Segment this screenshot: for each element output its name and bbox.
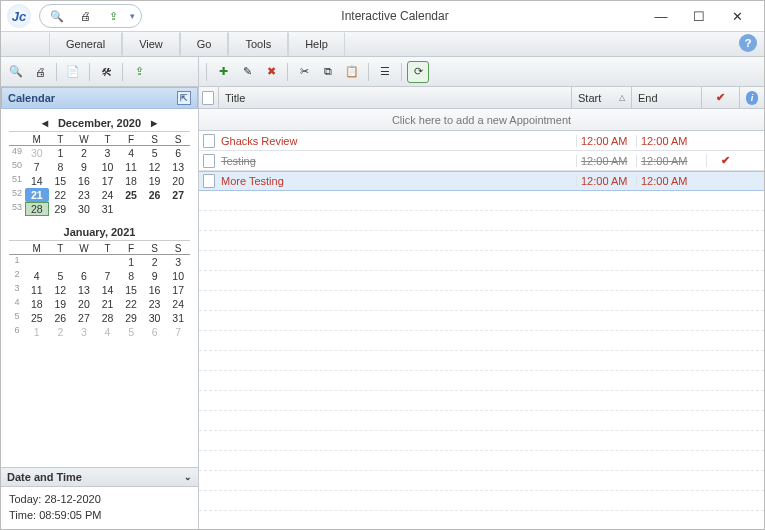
calendar-day[interactable]: 19 <box>143 174 167 188</box>
calendar-day[interactable]: 29 <box>49 202 73 216</box>
column-done[interactable]: ✔ <box>702 87 740 108</box>
calendar-day[interactable]: 20 <box>166 174 190 188</box>
calendar-day[interactable]: 7 <box>25 160 49 174</box>
calendar-day[interactable]: 1 <box>25 325 49 339</box>
calendar-day[interactable]: 1 <box>119 255 143 269</box>
calendar-day[interactable]: 9 <box>143 269 167 283</box>
calendar-day[interactable]: 12 <box>143 160 167 174</box>
export-icon[interactable]: ⇪ <box>102 5 124 27</box>
calendar-day[interactable]: 22 <box>119 297 143 311</box>
calendar-day[interactable]: 5 <box>119 325 143 339</box>
calendar-day[interactable]: 27 <box>72 311 96 325</box>
calendar-day[interactable]: 25 <box>119 188 143 202</box>
document-icon[interactable]: 📄 <box>62 61 84 83</box>
calendar-day[interactable]: 26 <box>49 311 73 325</box>
close-button[interactable]: ✕ <box>724 6 750 26</box>
calendar-day[interactable]: 16 <box>143 283 167 297</box>
column-start[interactable]: Start△ <box>572 87 632 108</box>
column-title[interactable]: Title <box>219 87 572 108</box>
calendar-day[interactable]: 10 <box>96 160 120 174</box>
calendar-day[interactable]: 20 <box>72 297 96 311</box>
calendar-day[interactable]: 22 <box>49 188 73 202</box>
calendar-day[interactable]: 5 <box>143 146 167 160</box>
calendar-day[interactable]: 23 <box>143 297 167 311</box>
menu-view[interactable]: View <box>122 32 180 56</box>
calendar-day[interactable]: 18 <box>25 297 49 311</box>
column-icon[interactable] <box>199 87 219 108</box>
calendar-day[interactable]: 8 <box>119 269 143 283</box>
calendar-day[interactable]: 7 <box>96 269 120 283</box>
copy-icon[interactable]: ⧉ <box>317 61 339 83</box>
refresh-icon[interactable]: ⟳ <box>407 61 429 83</box>
calendar-day[interactable]: 29 <box>119 311 143 325</box>
month-label[interactable]: December, 2020 <box>58 117 141 129</box>
calendar-day[interactable]: 18 <box>119 174 143 188</box>
table-row[interactable]: More Testing12:00 AM12:00 AM <box>199 171 764 191</box>
column-end[interactable]: End <box>632 87 702 108</box>
calendar-day[interactable]: 23 <box>72 188 96 202</box>
calendar-day[interactable]: 28 <box>96 311 120 325</box>
menu-general[interactable]: General <box>49 32 122 56</box>
search-icon[interactable]: 🔍 <box>5 61 27 83</box>
calendar-day[interactable]: 6 <box>72 269 96 283</box>
calendar-day[interactable]: 30 <box>25 146 49 160</box>
calendar-day[interactable]: 2 <box>49 325 73 339</box>
calendar-day[interactable]: 19 <box>49 297 73 311</box>
calendar-day[interactable]: 14 <box>96 283 120 297</box>
calendar-day[interactable]: 27 <box>166 188 190 202</box>
calendar-day[interactable]: 7 <box>166 325 190 339</box>
calendar-day[interactable]: 15 <box>49 174 73 188</box>
calendar-day[interactable]: 13 <box>72 283 96 297</box>
calendar-day[interactable]: 31 <box>166 311 190 325</box>
export-icon[interactable]: ⇪ <box>128 61 150 83</box>
list-icon[interactable]: ☰ <box>374 61 396 83</box>
calendar-day[interactable]: 21 <box>25 188 49 202</box>
menu-go[interactable]: Go <box>180 32 229 56</box>
calendar-day[interactable]: 3 <box>166 255 190 269</box>
search-icon[interactable]: 🔍 <box>46 5 68 27</box>
calendar-day[interactable]: 12 <box>49 283 73 297</box>
settings-icon[interactable]: 🛠 <box>95 61 117 83</box>
calendar-day[interactable]: 3 <box>72 325 96 339</box>
calendar-day[interactable]: 10 <box>166 269 190 283</box>
menu-tools[interactable]: Tools <box>228 32 288 56</box>
new-appointment-row[interactable]: Click here to add a new Appointment <box>199 109 764 131</box>
calendar-day[interactable]: 11 <box>119 160 143 174</box>
cut-icon[interactable]: ✂ <box>293 61 315 83</box>
calendar-day[interactable]: 4 <box>119 146 143 160</box>
calendar-day[interactable]: 9 <box>72 160 96 174</box>
calendar-day[interactable]: 21 <box>96 297 120 311</box>
table-row[interactable]: Testing12:00 AM12:00 AM✔ <box>199 151 764 171</box>
calendar-day[interactable]: 2 <box>143 255 167 269</box>
calendar-day[interactable]: 6 <box>166 146 190 160</box>
calendar-day[interactable]: 16 <box>72 174 96 188</box>
calendar-day[interactable]: 4 <box>25 269 49 283</box>
calendar-day[interactable]: 2 <box>72 146 96 160</box>
minimize-button[interactable]: — <box>648 6 674 26</box>
calendar-day[interactable]: 13 <box>166 160 190 174</box>
calendar-day[interactable]: 8 <box>49 160 73 174</box>
calendar-day[interactable]: 3 <box>96 146 120 160</box>
calendar-day[interactable]: 25 <box>25 311 49 325</box>
calendar-day[interactable]: 14 <box>25 174 49 188</box>
calendar-day[interactable]: 30 <box>143 311 167 325</box>
calendar-day[interactable]: 24 <box>96 188 120 202</box>
calendar-day[interactable]: 15 <box>119 283 143 297</box>
calendar-day[interactable]: 17 <box>96 174 120 188</box>
calendar-day[interactable]: 6 <box>143 325 167 339</box>
calendar-day[interactable]: 30 <box>72 202 96 216</box>
calendar-day[interactable]: 4 <box>96 325 120 339</box>
print-icon[interactable]: 🖨 <box>29 61 51 83</box>
calendar-day[interactable]: 31 <box>96 202 120 216</box>
edit-item-icon[interactable]: ✎ <box>236 61 258 83</box>
maximize-button[interactable]: ☐ <box>686 6 712 26</box>
print-icon[interactable]: 🖨 <box>74 5 96 27</box>
column-info[interactable]: i <box>740 87 764 108</box>
delete-item-icon[interactable]: ✖ <box>260 61 282 83</box>
calendar-day[interactable]: 5 <box>49 269 73 283</box>
calendar-day[interactable]: 1 <box>49 146 73 160</box>
next-month-icon[interactable]: ► <box>147 117 161 129</box>
table-row[interactable]: Ghacks Review12:00 AM12:00 AM <box>199 131 764 151</box>
calendar-day[interactable]: 17 <box>166 283 190 297</box>
calendar-day[interactable]: 11 <box>25 283 49 297</box>
